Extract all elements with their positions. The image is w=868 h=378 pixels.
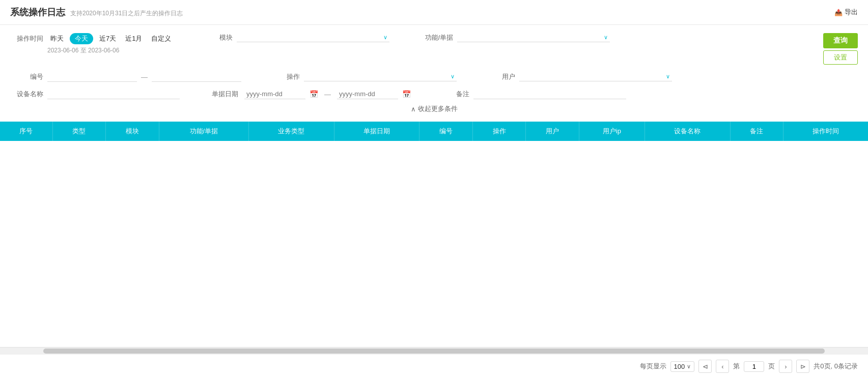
user-label: 用户 [482, 72, 515, 81]
prev-page-button[interactable]: ‹ [716, 360, 729, 373]
per-page-arrow: ∨ [687, 363, 691, 370]
time-btn-1month[interactable]: 近1月 [122, 33, 145, 44]
col-header-function: 功能/单据 [159, 122, 248, 141]
number-input-start[interactable] [47, 72, 137, 82]
table-wrapper: 序号 类型 模块 功能/单据 业务类型 单据日期 编号 操作 用户 用户ip 设… [0, 122, 868, 347]
col-header-user: 用户 [526, 122, 579, 141]
per-page-label: 每页显示 [640, 362, 666, 371]
module-dropdown[interactable]: ∨ [237, 33, 389, 42]
time-btn-7days[interactable]: 近7天 [96, 33, 119, 44]
col-header-userip: 用户ip [579, 122, 645, 141]
total-info: 共0页, 0条记录 [814, 362, 858, 371]
page-title: 系统操作日志 [10, 6, 65, 18]
module-label: 模块 [200, 33, 233, 42]
col-header-date: 单据日期 [334, 122, 419, 141]
first-page-button[interactable]: ⊲ [698, 360, 712, 373]
number-dash: — [141, 73, 148, 81]
remark-input[interactable] [473, 89, 626, 99]
action-buttons: 查询 设置 [823, 33, 858, 65]
collapse-label: 收起更多条件 [418, 104, 458, 113]
page-suffix: 页 [768, 362, 775, 371]
operation-label: 操作 [267, 72, 300, 81]
operation-dropdown-arrow: ∨ [451, 73, 455, 80]
remark-label: 备注 [436, 90, 469, 99]
last-page-button[interactable]: ⊳ [796, 360, 809, 373]
col-header-number: 编号 [419, 122, 472, 141]
scrollbar-area[interactable] [0, 347, 868, 354]
device-label: 设备名称 [10, 90, 43, 99]
settings-button[interactable]: 设置 [823, 50, 858, 65]
next-page-button[interactable]: › [779, 360, 792, 373]
data-table: 序号 类型 模块 功能/单据 业务类型 单据日期 编号 操作 用户 用户ip 设… [0, 122, 868, 141]
export-button[interactable]: 📤 导出 [834, 8, 858, 17]
time-range: 2023-06-06 至 2023-06-06 [47, 46, 174, 55]
col-header-remark: 备注 [730, 122, 783, 141]
query-button[interactable]: 查询 [823, 33, 858, 48]
number-label: 编号 [10, 72, 43, 81]
page-subtitle: 支持2020年10月31日之后产生的操作日志 [70, 9, 183, 18]
time-btn-today[interactable]: 今天 [70, 33, 93, 44]
date-label: 单据日期 [205, 90, 238, 99]
col-header-type: 类型 [52, 122, 105, 141]
col-header-optime: 操作时间 [783, 122, 868, 141]
per-page-select[interactable]: 100 ∨ [670, 361, 695, 372]
col-header-index: 序号 [0, 122, 52, 141]
function-dropdown[interactable]: ∨ [457, 33, 610, 42]
col-header-module: 模块 [106, 122, 159, 141]
scrollbar-thumb [43, 348, 825, 354]
module-dropdown-arrow: ∨ [383, 34, 387, 41]
page-input[interactable] [744, 361, 764, 372]
page-label: 第 [733, 362, 740, 371]
calendar-icon-end[interactable]: 📅 [402, 90, 411, 98]
col-header-operation: 操作 [472, 122, 525, 141]
collapse-button[interactable]: ∧ 收起更多条件 [411, 104, 458, 113]
user-dropdown-arrow: ∨ [666, 73, 670, 80]
pagination: 每页显示 100 ∨ ⊲ ‹ 第 页 › ⊳ 共0页, 0条记录 [0, 354, 868, 378]
date-input-start[interactable] [244, 89, 305, 99]
filter-area: 操作时间 昨天 今天 近7天 近1月 自定义 2023-06-06 至 2023… [0, 25, 868, 122]
col-header-biztype: 业务类型 [249, 122, 334, 141]
time-btn-yesterday[interactable]: 昨天 [47, 33, 67, 44]
user-dropdown[interactable]: ∨ [519, 72, 672, 81]
calendar-icon-start[interactable]: 📅 [310, 90, 318, 98]
collapse-icon: ∧ [411, 105, 416, 113]
export-label: 导出 [845, 8, 858, 17]
device-input[interactable] [47, 89, 180, 99]
date-dash: — [324, 91, 331, 98]
operation-dropdown[interactable]: ∨ [304, 72, 457, 81]
export-icon: 📤 [834, 9, 843, 16]
function-label: 功能/单据 [415, 33, 453, 42]
time-btn-custom[interactable]: 自定义 [148, 33, 174, 44]
date-input-end[interactable] [337, 89, 398, 99]
time-label: 操作时间 [10, 33, 43, 43]
per-page-value: 100 [674, 363, 685, 370]
col-header-device: 设备名称 [645, 122, 730, 141]
number-input-end[interactable] [152, 72, 241, 82]
function-dropdown-arrow: ∨ [604, 34, 608, 41]
